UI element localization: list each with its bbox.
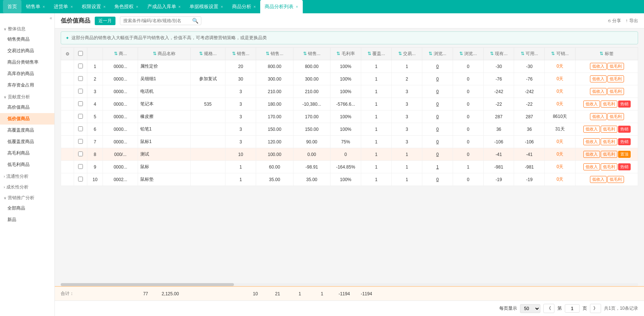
row-select-checkbox[interactable]: [78, 64, 83, 68]
row-select-checkbox[interactable]: [78, 177, 83, 181]
table-area[interactable]: ⚙ ⇅ 商... ⇅ 商品名称 ⇅ 规格... ⇅ 销售... ⇅ 销售... …: [55, 47, 644, 282]
search-icon[interactable]: 🔍: [192, 18, 198, 24]
export-button[interactable]: ↑ 导出: [625, 18, 638, 24]
col-header-saleable[interactable]: ⇅ 可销...: [545, 48, 576, 60]
row-checkbox[interactable]: [74, 111, 87, 123]
row-select-checkbox[interactable]: [78, 101, 83, 106]
close-icon[interactable]: ×: [221, 4, 223, 9]
nav-tab-权限设置[interactable]: 权限设置 ×: [77, 0, 110, 13]
nav-tab-进货单[interactable]: 进货单 ×: [49, 0, 77, 13]
nav-tab-商品分析[interactable]: 商品分析 ×: [228, 0, 260, 13]
row-checkbox[interactable]: [74, 98, 87, 111]
browse-link[interactable]: 0: [436, 177, 439, 182]
row-browse1[interactable]: 0: [422, 98, 453, 111]
sidebar-item-高毛利商品[interactable]: 高毛利商品: [0, 147, 54, 159]
page-size-select[interactable]: 50 100 200: [520, 304, 540, 313]
col-header-sale-avg[interactable]: ⇅ 销售...: [293, 48, 330, 60]
col-header-browse2[interactable]: ⇅ 浏览...: [453, 48, 483, 60]
row-settings[interactable]: [61, 111, 74, 123]
row-browse1[interactable]: 0: [422, 73, 453, 85]
row-settings[interactable]: [61, 136, 74, 148]
row-browse1[interactable]: 0: [422, 148, 453, 161]
row-settings[interactable]: [61, 148, 74, 161]
col-header-spec[interactable]: ⇅ 规格...: [190, 48, 225, 60]
next-page-button[interactable]: 》: [590, 304, 601, 313]
row-checkbox[interactable]: [74, 73, 87, 85]
page-input[interactable]: [565, 304, 580, 313]
sidebar-section-营销推广分析[interactable]: ∨ 营销推广分析: [0, 192, 54, 203]
row-browse1[interactable]: 0: [422, 136, 453, 148]
row-settings[interactable]: [61, 73, 74, 85]
row-checkbox[interactable]: [74, 60, 87, 73]
browse-link[interactable]: 0: [436, 139, 439, 145]
share-button[interactable]: ⎋ 分享: [608, 18, 621, 24]
row-select-checkbox[interactable]: [78, 76, 83, 81]
browse-link[interactable]: 0: [436, 89, 439, 94]
col-header-sale-qty[interactable]: ⇅ 销售...: [225, 48, 256, 60]
col-header-settings[interactable]: ⚙: [61, 48, 74, 60]
period-button[interactable]: 近一月: [95, 17, 115, 25]
sidebar-item-交易过的商品[interactable]: 交易过的商品: [0, 45, 54, 57]
row-browse1[interactable]: 0: [422, 60, 453, 73]
nav-tab-商品分析列表[interactable]: 商品分析列表 ×: [260, 0, 302, 13]
col-header-tag[interactable]: ⇅ 标签: [575, 48, 638, 60]
row-select-checkbox[interactable]: [78, 164, 83, 169]
row-select-checkbox[interactable]: [78, 139, 83, 144]
row-select-checkbox[interactable]: [78, 89, 83, 94]
col-header-available[interactable]: ⇅ 可用...: [514, 48, 545, 60]
col-header-check[interactable]: [74, 48, 87, 60]
row-checkbox[interactable]: [74, 123, 87, 136]
nav-tab-产成品入库单[interactable]: 产成品入库单 ×: [143, 0, 185, 13]
row-settings[interactable]: [61, 161, 74, 173]
row-settings[interactable]: [61, 85, 74, 98]
close-icon[interactable]: ×: [70, 4, 73, 9]
col-header-sale-amount[interactable]: ⇅ 销售...: [256, 48, 293, 60]
row-select-checkbox[interactable]: [78, 152, 83, 156]
close-icon[interactable]: ×: [178, 4, 181, 9]
col-header-name[interactable]: ⇅ 商品名称: [138, 48, 191, 60]
horizontal-scrollbar[interactable]: [61, 283, 638, 286]
nav-tab-角色授权[interactable]: 角色授权 ×: [110, 0, 142, 13]
sidebar-item-库存资金占用[interactable]: 库存资金占用: [0, 79, 54, 91]
row-browse1[interactable]: 0: [422, 123, 453, 136]
browse-link[interactable]: 0: [436, 77, 439, 82]
row-checkbox[interactable]: [74, 148, 87, 161]
row-settings[interactable]: [61, 123, 74, 136]
col-header-gross-rate[interactable]: ⇅ 毛利率: [331, 48, 361, 60]
browse-link[interactable]: 0: [436, 102, 439, 107]
nav-tab-销售单[interactable]: 销售单 ×: [21, 0, 49, 13]
sidebar-collapse-btn[interactable]: «: [0, 13, 54, 23]
close-icon[interactable]: ×: [254, 4, 256, 9]
row-browse1[interactable]: 1: [422, 161, 453, 173]
sidebar-item-销售类商品[interactable]: 销售类商品: [0, 34, 54, 45]
close-icon[interactable]: ×: [296, 4, 298, 9]
row-checkbox[interactable]: [74, 173, 87, 186]
select-all-checkbox[interactable]: [78, 51, 83, 56]
close-icon[interactable]: ×: [136, 4, 138, 9]
col-header-current[interactable]: ⇅ 现有...: [483, 48, 514, 60]
row-browse1[interactable]: 0: [422, 85, 453, 98]
row-browse1[interactable]: 0: [422, 111, 453, 123]
sidebar-item-全部商品[interactable]: 全部商品: [0, 203, 54, 214]
row-select-checkbox[interactable]: [78, 114, 83, 119]
row-checkbox[interactable]: [74, 85, 87, 98]
sidebar-item-高库存的商品[interactable]: 高库存的商品: [0, 68, 54, 79]
browse-link[interactable]: 0: [436, 152, 439, 157]
col-header-trade[interactable]: ⇅ 交易...: [392, 48, 422, 60]
prev-page-button[interactable]: 《: [543, 304, 554, 313]
col-header-cover[interactable]: ⇅ 覆盖...: [361, 48, 392, 60]
row-checkbox[interactable]: [74, 161, 87, 173]
sidebar-item-低毛利商品[interactable]: 低毛利商品: [0, 159, 54, 170]
col-header-browse1[interactable]: ⇅ 浏览...: [422, 48, 453, 60]
sidebar-item-高覆盖度商品[interactable]: 高覆盖度商品: [0, 125, 54, 136]
browse-link[interactable]: 0: [436, 127, 439, 132]
sidebar-item-新品[interactable]: 新品: [0, 214, 54, 225]
row-browse1[interactable]: 0: [422, 173, 453, 186]
row-checkbox[interactable]: [74, 136, 87, 148]
sidebar-section-成长性分析[interactable]: › 成长性分析: [0, 181, 54, 192]
sidebar-item-商品分类销售率[interactable]: 商品分类销售率: [0, 57, 54, 68]
nav-home[interactable]: 首页: [3, 0, 21, 13]
col-header-code[interactable]: ⇅ 商...: [103, 48, 138, 60]
search-input[interactable]: [120, 16, 201, 25]
sidebar-item-低价值商品[interactable]: 低价值商品: [0, 113, 54, 125]
